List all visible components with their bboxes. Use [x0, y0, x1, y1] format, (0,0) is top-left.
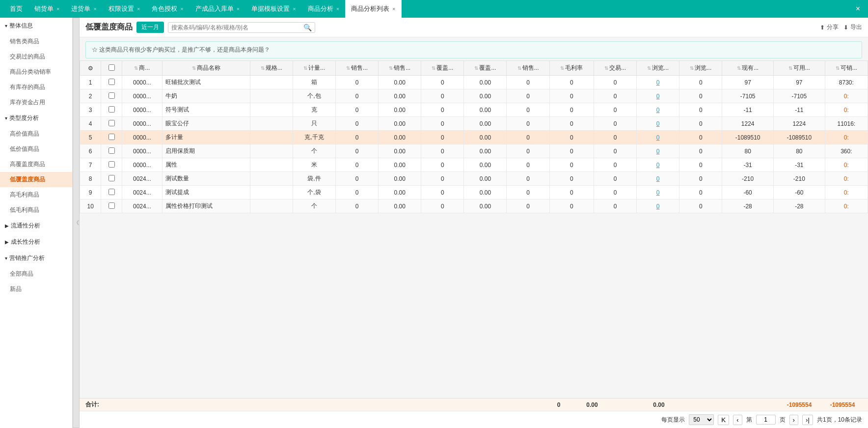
nav-permissions[interactable]: 权限设置 ×	[103, 0, 146, 18]
prev-page-btn[interactable]: ‹	[733, 415, 742, 425]
table-wrapper[interactable]: ⚙ ⇅商... ⇅商品名称 ⇅规格... ⇅计量... ⇅销售... ⇅销售..…	[80, 60, 868, 398]
select-all-checkbox[interactable]	[108, 64, 115, 71]
sidebar-item-new-goods[interactable]: 新品	[0, 282, 72, 297]
sidebar-item-all-goods[interactable]: 全部商品	[0, 266, 72, 282]
nav-close-goods-analysis[interactable]: ×	[336, 6, 339, 12]
row-checkbox[interactable]	[108, 79, 115, 85]
page-size-select[interactable]: 50 10 20 100	[689, 414, 714, 425]
sidebar-section-marketing[interactable]: ▾ 营销推广分析	[0, 250, 72, 266]
first-page-btn[interactable]: K	[718, 415, 729, 425]
sidebar-item-low-value[interactable]: 低价值商品	[0, 142, 72, 157]
nav-close-goods-list[interactable]: ×	[392, 6, 395, 12]
browse-link[interactable]: 0	[656, 120, 660, 127]
search-box[interactable]: 🔍	[168, 22, 315, 33]
col-salable[interactable]: ⇅可销...	[825, 61, 868, 76]
col-code[interactable]: ⇅商...	[122, 61, 163, 76]
col-checkbox[interactable]	[101, 61, 122, 76]
nav-close-sales[interactable]: ×	[56, 6, 59, 12]
sidebar-item-high-value[interactable]: 高价值商品	[0, 126, 72, 142]
cell-browse1[interactable]: 0	[637, 172, 679, 186]
col-available-stock[interactable]: ⇅可用...	[773, 61, 825, 76]
col-gross-margin[interactable]: ⇅毛利率	[549, 61, 594, 76]
nav-roles[interactable]: 角色授权 ×	[146, 0, 189, 18]
col-sale-amt[interactable]: ⇅销售...	[379, 61, 421, 76]
browse-link[interactable]: 0	[656, 79, 660, 86]
row-checkbox[interactable]	[108, 134, 115, 140]
share-button[interactable]: ⬆ 分享	[820, 23, 839, 31]
nav-close-finished[interactable]: ×	[237, 6, 240, 12]
cell-checkbox[interactable]	[101, 89, 122, 103]
export-button[interactable]: ⬇ 导出	[843, 23, 862, 31]
nav-goods-analysis[interactable]: 商品分析 ×	[302, 0, 345, 18]
cell-browse1[interactable]: 0	[637, 117, 679, 131]
sidebar-item-traded-goods[interactable]: 交易过的商品	[0, 49, 72, 64]
cell-checkbox[interactable]	[101, 200, 122, 213]
sidebar-item-stock-capital[interactable]: 库存资金占用	[0, 95, 72, 110]
nav-close-template[interactable]: ×	[293, 6, 296, 12]
col-current-stock[interactable]: ⇅现有...	[722, 61, 774, 76]
search-input[interactable]	[171, 24, 303, 31]
col-settings[interactable]: ⚙	[80, 61, 101, 76]
browse-link[interactable]: 0	[656, 107, 660, 114]
col-sale3[interactable]: ⇅销售...	[507, 61, 549, 76]
browse-link[interactable]: 0	[656, 93, 660, 100]
nav-sales[interactable]: 销货单 ×	[28, 0, 65, 18]
row-checkbox[interactable]	[108, 189, 115, 195]
cell-browse1[interactable]: 0	[637, 200, 679, 213]
cell-checkbox[interactable]	[101, 172, 122, 186]
cell-checkbox[interactable]	[101, 144, 122, 158]
sidebar-item-category-sales-rate[interactable]: 商品分类动销率	[0, 64, 72, 80]
sidebar-collapse-btn[interactable]: 《	[73, 18, 80, 428]
cell-browse1[interactable]: 0	[637, 186, 679, 200]
cell-browse1[interactable]: 0	[637, 103, 679, 117]
browse-link[interactable]: 0	[656, 148, 660, 155]
last-page-btn[interactable]: ›|	[802, 415, 813, 425]
col-unit[interactable]: ⇅计量...	[293, 61, 335, 76]
cell-checkbox[interactable]	[101, 103, 122, 117]
cell-browse1[interactable]: 0	[637, 76, 679, 89]
current-page-input[interactable]	[756, 415, 776, 425]
row-checkbox[interactable]	[108, 202, 115, 209]
nav-home[interactable]: 首页	[4, 0, 28, 18]
row-checkbox[interactable]	[108, 106, 115, 113]
row-checkbox[interactable]	[108, 161, 115, 168]
sidebar-item-low-coverage[interactable]: 低覆盖度商品	[0, 172, 72, 187]
cell-browse1[interactable]: 0	[637, 131, 679, 144]
col-browse2[interactable]: ⇅浏览...	[679, 61, 722, 76]
cell-checkbox[interactable]	[101, 76, 122, 89]
cell-checkbox[interactable]	[101, 158, 122, 172]
period-button[interactable]: 近一月	[136, 22, 164, 33]
sidebar-item-sales-goods[interactable]: 销售类商品	[0, 34, 72, 49]
browse-link[interactable]: 0	[656, 189, 660, 196]
browse-link[interactable]: 0	[656, 175, 660, 182]
col-cover2[interactable]: ⇅覆盖...	[464, 61, 507, 76]
col-cover1[interactable]: ⇅覆盖...	[421, 61, 464, 76]
col-trade[interactable]: ⇅交易...	[594, 61, 636, 76]
row-checkbox[interactable]	[108, 147, 115, 154]
nav-close-purchase[interactable]: ×	[93, 6, 96, 12]
col-browse1[interactable]: ⇅浏览...	[637, 61, 679, 76]
browse-link[interactable]: 0	[656, 203, 660, 210]
col-spec[interactable]: ⇅规格...	[250, 61, 293, 76]
sidebar-item-low-margin[interactable]: 低毛利商品	[0, 202, 72, 218]
row-checkbox[interactable]	[108, 120, 115, 126]
next-page-btn[interactable]: ›	[789, 415, 798, 425]
nav-global-close[interactable]: ×	[852, 4, 864, 13]
cell-checkbox[interactable]	[101, 117, 122, 131]
col-sale-qty[interactable]: ⇅销售...	[336, 61, 379, 76]
cell-checkbox[interactable]	[101, 131, 122, 144]
nav-goods-analysis-list[interactable]: 商品分析列表 ×	[345, 0, 401, 18]
cell-browse1[interactable]: 0	[637, 144, 679, 158]
cell-browse1[interactable]: 0	[637, 158, 679, 172]
browse-link[interactable]: 0	[656, 162, 660, 169]
sidebar-item-stock-goods[interactable]: 有库存的商品	[0, 80, 72, 95]
row-checkbox[interactable]	[108, 92, 115, 99]
nav-template[interactable]: 单据模板设置 ×	[245, 0, 301, 18]
sidebar-item-high-margin[interactable]: 高毛利商品	[0, 187, 72, 202]
nav-finished-goods[interactable]: 产成品入库单 ×	[190, 0, 245, 18]
browse-link[interactable]: 0	[656, 134, 660, 141]
cell-browse1[interactable]: 0	[637, 89, 679, 103]
sidebar-section-type-analysis[interactable]: ▾ 类型度分析	[0, 110, 72, 126]
col-name[interactable]: ⇅商品名称	[162, 61, 250, 76]
sidebar-section-growth[interactable]: ▶ 成长性分析	[0, 234, 72, 250]
